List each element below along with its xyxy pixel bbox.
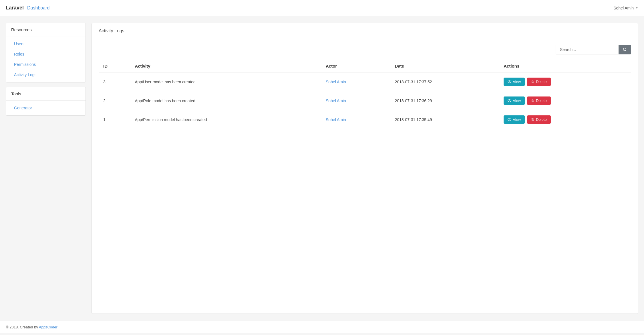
view-button[interactable]: View: [504, 96, 525, 105]
brand-name: Laravel: [6, 5, 24, 11]
user-menu[interactable]: Sohel Amin ▼: [613, 6, 638, 10]
footer-creator-link[interactable]: AppzCoder: [39, 325, 57, 329]
actor-link[interactable]: Sohel Amin: [326, 98, 346, 103]
navbar: Laravel Dashboard Sohel Amin ▼: [0, 0, 644, 16]
cell-date: 2018-07-31 17:37:52: [390, 72, 499, 91]
delete-button[interactable]: Delete: [527, 78, 551, 86]
content-body: ID Activity Actor Date Actions 3 App\Use…: [92, 39, 638, 135]
content-area: Activity Logs ID Activity A: [92, 23, 638, 314]
cell-activity: App\Role model has been created: [130, 91, 321, 110]
eye-icon: [508, 99, 511, 103]
view-button[interactable]: View: [504, 78, 525, 86]
sidebar-item-users[interactable]: Users: [6, 39, 86, 49]
cell-actor: Sohel Amin: [321, 91, 390, 110]
dashboard-link[interactable]: Dashboard: [27, 5, 49, 11]
footer: © 2018. Created by AppzCoder: [0, 321, 644, 333]
cell-date: 2018-07-31 17:35:49: [390, 110, 499, 129]
tools-heading: Tools: [6, 87, 86, 100]
cell-id: 2: [99, 91, 130, 110]
col-date: Date: [390, 60, 499, 72]
search-button[interactable]: [619, 45, 631, 54]
svg-point-3: [509, 100, 510, 101]
cell-date: 2018-07-31 17:36:29: [390, 91, 499, 110]
svg-line-1: [626, 50, 627, 51]
navbar-brand: Laravel Dashboard: [6, 5, 49, 11]
delete-button[interactable]: Delete: [527, 96, 551, 105]
sidebar-item-permissions[interactable]: Permissions: [6, 59, 86, 70]
trash-icon: [531, 80, 534, 84]
trash-icon: [531, 118, 534, 121]
col-actor: Actor: [321, 60, 390, 72]
content-title: Activity Logs: [92, 23, 638, 39]
col-activity: Activity: [130, 60, 321, 72]
search-bar: [99, 45, 631, 54]
cell-actions: View Delete: [499, 110, 631, 129]
cell-actor: Sohel Amin: [321, 110, 390, 129]
activity-table: ID Activity Actor Date Actions 3 App\Use…: [99, 60, 631, 129]
svg-point-2: [509, 81, 510, 82]
tools-section: Tools Generator: [6, 87, 86, 116]
svg-point-4: [509, 119, 510, 120]
table-header-row: ID Activity Actor Date Actions: [99, 60, 631, 72]
sidebar-item-roles[interactable]: Roles: [6, 49, 86, 59]
cell-actions: View Delete: [499, 72, 631, 91]
resources-heading: Resources: [6, 23, 86, 36]
cell-activity: App\User model has been created: [130, 72, 321, 91]
actor-link[interactable]: Sohel Amin: [326, 117, 346, 122]
cell-activity: App\Permission model has been created: [130, 110, 321, 129]
cell-actions: View Delete: [499, 91, 631, 110]
sidebar-item-generator[interactable]: Generator: [6, 103, 86, 113]
col-id: ID: [99, 60, 130, 72]
search-icon: [623, 48, 627, 52]
search-input[interactable]: [556, 45, 619, 54]
main-container: Resources Users Roles Permissions Activi…: [0, 16, 644, 321]
cell-id: 1: [99, 110, 130, 129]
resources-links: Users Roles Permissions Activity Logs: [6, 36, 86, 82]
user-name: Sohel Amin: [613, 6, 634, 10]
sidebar-item-activity-logs[interactable]: Activity Logs: [6, 70, 86, 80]
resources-section: Resources Users Roles Permissions Activi…: [6, 23, 86, 82]
eye-icon: [508, 118, 511, 121]
eye-icon: [508, 80, 511, 84]
cell-id: 3: [99, 72, 130, 91]
cell-actor: Sohel Amin: [321, 72, 390, 91]
table-row: 3 App\User model has been created Sohel …: [99, 72, 631, 91]
actor-link[interactable]: Sohel Amin: [326, 80, 346, 84]
footer-copyright: © 2018. Created by: [6, 325, 39, 329]
table-row: 1 App\Permission model has been created …: [99, 110, 631, 129]
sidebar: Resources Users Roles Permissions Activi…: [6, 23, 86, 314]
delete-button[interactable]: Delete: [527, 115, 551, 124]
trash-icon: [531, 99, 534, 103]
table-row: 2 App\Role model has been created Sohel …: [99, 91, 631, 110]
tools-links: Generator: [6, 100, 86, 115]
col-actions: Actions: [499, 60, 631, 72]
chevron-down-icon: ▼: [635, 6, 638, 9]
view-button[interactable]: View: [504, 115, 525, 124]
